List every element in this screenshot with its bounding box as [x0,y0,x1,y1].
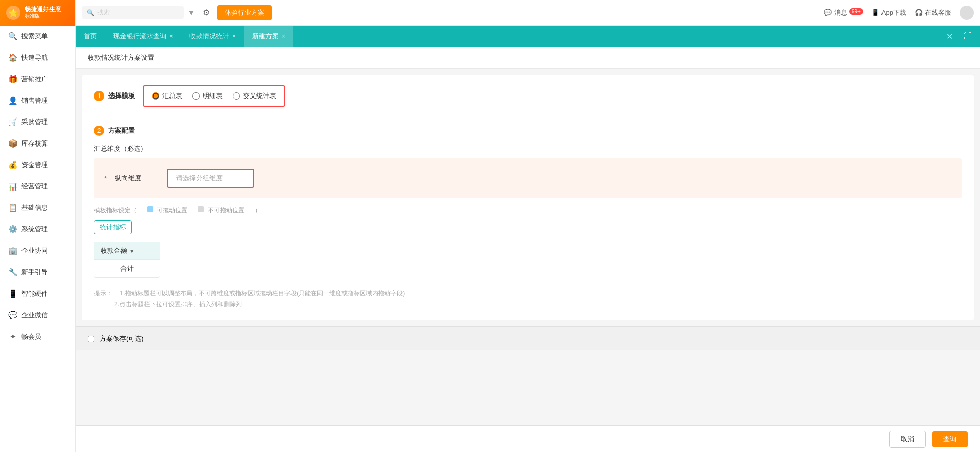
metrics-total-row: 合计 [94,260,160,277]
tip-row-1: 提示： 1.拖动标题栏可以调整布局，不可跨维度或指标区域拖动栏目字段(只能在同一… [94,288,962,299]
tab-new-close-icon[interactable]: × [282,33,285,40]
topbar-right: 💬 消息 99+ 📱 App下载 🎧 在线客服 [824,6,974,20]
tab-expand-icon[interactable]: ⛶ [961,29,975,43]
metrics-hint-label: 模板指标设定（ [94,206,137,215]
step2-title: 方案配置 [108,126,135,135]
save-checkbox-label[interactable]: 方案保存(可选) [100,334,144,343]
subsection-label: 汇总维度（必选） [94,144,962,153]
sidebar-item-finance[interactable]: 💰 资金管理 [0,154,75,176]
service-item[interactable]: 🎧 在线客服 [915,8,951,17]
step1-number: 1 [94,91,104,101]
chevron-down-icon[interactable]: ▾ [130,247,134,255]
sidebar-item-quick-nav[interactable]: 🏠 快速导航 [0,47,75,68]
sidebar-item-inventory[interactable]: 📦 库存核算 [0,133,75,154]
sidebar-item-purchase[interactable]: 🛒 采购管理 [0,111,75,133]
metrics-section-label: 统计指标 [94,220,132,234]
sidebar-item-member[interactable]: ✦ 畅会员 [0,326,75,347]
user-avatar[interactable] [960,6,974,20]
tip-2-text: 2.点击标题栏下拉可设置排序、插入列和删除列 [114,301,242,308]
dropdown-icon[interactable]: ▼ [188,9,195,17]
sidebar-item-label: 销售管理 [21,96,48,105]
tip-row-2: 2.点击标题栏下拉可设置排序、插入列和删除列 [94,299,962,311]
tip-1-text: 1.拖动标题栏可以调整布局，不可跨维度或指标区域拖动栏目字段(只能在同一维度或指… [120,290,405,297]
solution-button[interactable]: 体验行业方案 [217,5,272,20]
download-icon: 📱 [871,9,879,16]
hardware-icon: 📱 [8,289,17,298]
tab-stat-close-icon[interactable]: × [232,33,236,40]
sidebar-item-label: 采购管理 [21,117,48,127]
divider1 [94,115,962,115]
sidebar-item-system[interactable]: ⚙️ 系统管理 [0,219,75,240]
message-label: 消息 [834,8,847,17]
radio-detail-input[interactable] [192,92,200,100]
confirm-button[interactable]: 查询 [932,431,968,447]
tab-bank[interactable]: 现金银行流水查询 × [105,26,181,47]
dimension-select[interactable]: 请选择分组维度 [167,169,254,188]
service-icon: 🎧 [915,9,923,16]
step1-header: 1 选择模板 汇总表 明细表 交叉统计表 [94,85,962,107]
sidebar-item-label: 营销推广 [21,75,48,84]
tab-stat[interactable]: 收款情况统计 × [181,26,244,47]
dimension-placeholder: 请选择分组维度 [176,174,223,182]
radio-summary[interactable]: 汇总表 [152,91,182,101]
footer-bar: 取消 查询 [76,425,980,452]
wechat-icon: 💬 [8,311,17,320]
logo-badge: 标准版 [24,13,61,20]
dimension-row: * 纵向维度 —— 请选择分组维度 [104,169,951,188]
tab-close-all-icon[interactable]: ✕ [942,29,957,43]
sidebar-item-search-menu[interactable]: 🔍 搜索菜单 [0,26,75,47]
sidebar-item-wechat[interactable]: 💬 企业微信 [0,304,75,326]
sidebar-item-basic[interactable]: 📋 基础信息 [0,197,75,219]
tab-new[interactable]: 新建方案 × [244,26,293,47]
download-item[interactable]: 📱 App下载 [871,8,906,17]
sidebar-item-hardware[interactable]: 📱 智能硬件 [0,283,75,304]
save-checkbox[interactable] [88,336,94,342]
sales-icon: 👤 [8,96,17,105]
tips-section: 提示： 1.拖动标题栏可以调整布局，不可跨维度或指标区域拖动栏目字段(只能在同一… [94,288,962,310]
radio-detail-label: 明细表 [203,91,223,101]
arrow-line: —— [148,175,161,182]
message-item[interactable]: 💬 消息 99+ [824,8,863,17]
template-select-box: 汇总表 明细表 交叉统计表 [143,85,285,107]
step1-title: 选择模板 [108,91,135,101]
radio-cross-input[interactable] [233,92,240,100]
metrics-table: 收款金额 ▾ 合计 [94,242,160,278]
sidebar-logo: 🌟 畅捷通好生意 标准版 [0,0,75,26]
save-section: 方案保存(可选) [76,326,980,350]
sidebar-item-marketing[interactable]: 🎁 营销推广 [0,68,75,90]
page-header: 收款情况统计方案设置 [76,47,980,69]
metrics-section: 模板指标设定（ 可拖动位置 不可拖动位置 ） 统计指标 [94,206,962,278]
sidebar-item-label: 畅会员 [21,332,41,341]
logo-text: 畅捷通好生意 [24,6,61,13]
cancel-button[interactable]: 取消 [889,431,926,448]
topbar-search-box[interactable]: 🔍 搜索 [82,6,184,19]
sidebar-item-guide[interactable]: 🔧 新手引导 [0,261,75,283]
settings-icon[interactable]: ⚙ [199,6,213,20]
sidebar-item-operation[interactable]: 📊 经营管理 [0,176,75,197]
radio-detail[interactable]: 明细表 [192,91,223,101]
radio-cross[interactable]: 交叉统计表 [233,91,276,101]
tab-bank-close-icon[interactable]: × [169,33,173,40]
tab-stat-label: 收款情况统计 [189,32,229,41]
metrics-header-label: 收款金额 [101,246,127,255]
radio-summary-input[interactable] [152,92,159,100]
metrics-header[interactable]: 收款金额 ▾ [94,242,160,260]
sidebar-item-label: 库存核算 [21,139,48,148]
tab-home[interactable]: 首页 [76,26,105,47]
radio-summary-label: 汇总表 [162,91,182,101]
search-placeholder: 搜索 [97,8,110,17]
search-menu-icon: 🔍 [8,32,17,41]
step2-number: 2 [94,126,104,136]
fixed-dot [198,206,204,212]
sidebar-item-corp[interactable]: 🏢 企业协同 [0,240,75,261]
tabbar: 首页 现金银行流水查询 × 收款情况统计 × 新建方案 × ✕ ⛶ [76,26,980,47]
basic-icon: 📋 [8,203,17,212]
operation-icon: 📊 [8,182,17,191]
dimension-area: * 纵向维度 —— 请选择分组维度 [94,158,962,198]
sidebar-item-label: 新手引导 [21,268,48,277]
fixed-label: 不可拖动位置 [208,207,244,214]
sidebar-item-label: 搜索菜单 [21,32,48,41]
movable-label: 可拖动位置 [157,207,187,214]
sidebar-item-sales[interactable]: 👤 销售管理 [0,90,75,111]
step2-header: 2 方案配置 [94,126,962,136]
